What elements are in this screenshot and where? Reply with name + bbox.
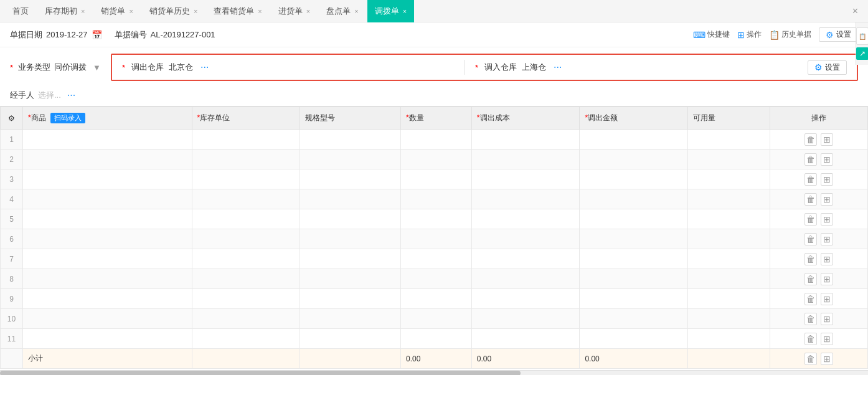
row-available[interactable] — [687, 169, 770, 189]
row-amount[interactable] — [580, 249, 688, 269]
tab-home[interactable]: 首页 — [5, 0, 36, 22]
tab-close-transfer[interactable]: × — [403, 7, 407, 15]
delete-row-btn[interactable]: 🗑 — [804, 153, 817, 166]
row-unit[interactable] — [192, 249, 300, 269]
tab-stocktake[interactable]: 盘点单 × — [319, 0, 366, 22]
row-spec[interactable] — [300, 309, 401, 329]
row-unit[interactable] — [192, 209, 300, 229]
row-cost[interactable] — [471, 130, 580, 150]
tab-close-sales-history[interactable]: × — [194, 7, 197, 15]
delete-row-btn[interactable]: 🗑 — [804, 313, 817, 325]
date-value[interactable]: 2019-12-27 — [46, 30, 88, 39]
shortcuts-btn[interactable]: ⌨ 快捷键 — [693, 29, 730, 40]
col-settings[interactable]: ⚙ — [1, 107, 23, 130]
tab-close-stocktake[interactable]: × — [354, 7, 358, 15]
row-cost[interactable] — [471, 289, 580, 309]
row-spec[interactable] — [300, 150, 401, 169]
row-cost[interactable] — [471, 150, 580, 169]
row-amount[interactable] — [580, 150, 688, 169]
warehouse-in-more-btn[interactable]: ··· — [551, 62, 564, 73]
row-available[interactable] — [687, 150, 770, 169]
warehouse-out-value[interactable]: 北京仓 — [169, 62, 193, 73]
row-quantity[interactable] — [401, 229, 472, 249]
row-quantity[interactable] — [401, 249, 472, 269]
warehouse-in-value[interactable]: 上海仓 — [522, 62, 546, 73]
copy-row-btn[interactable]: ⊞ — [821, 173, 833, 186]
warehouse-settings-button[interactable]: ⚙ 设置 — [808, 60, 847, 75]
row-spec[interactable] — [300, 269, 401, 289]
row-unit[interactable] — [192, 269, 300, 289]
row-unit[interactable] — [192, 130, 300, 150]
copy-row-btn[interactable]: ⊞ — [821, 133, 833, 146]
row-product[interactable] — [23, 209, 192, 229]
row-amount[interactable] — [580, 169, 688, 189]
row-cost[interactable] — [471, 269, 580, 289]
history-btn[interactable]: 📋 历史单据 — [769, 29, 811, 40]
row-cost[interactable] — [471, 169, 580, 189]
row-spec[interactable] — [300, 229, 401, 249]
row-amount[interactable] — [580, 189, 688, 209]
tab-inventory-init[interactable]: 库存期初 × — [37, 0, 92, 22]
row-product[interactable] — [23, 289, 192, 309]
copy-row-btn[interactable]: ⊞ — [821, 233, 833, 245]
doc-panel-btn[interactable]: 📋 — [856, 27, 869, 45]
scan-barcode-btn[interactable]: 扫码录入 — [50, 113, 85, 123]
row-spec[interactable] — [300, 249, 401, 269]
row-spec[interactable] — [300, 289, 401, 309]
delete-row-btn[interactable]: 🗑 — [804, 233, 817, 245]
row-unit[interactable] — [192, 169, 300, 189]
row-product[interactable] — [23, 329, 192, 349]
tab-sales-order[interactable]: 销货单 × — [93, 0, 140, 22]
row-quantity[interactable] — [401, 169, 472, 189]
copy-row-btn[interactable]: ⊞ — [821, 193, 833, 206]
business-type-value[interactable]: 同价调拨 — [54, 62, 87, 73]
row-available[interactable] — [687, 309, 770, 329]
delete-row-btn[interactable]: 🗑 — [804, 213, 817, 226]
settings-button[interactable]: ⚙ 设置 — [819, 27, 858, 42]
row-quantity[interactable] — [401, 209, 472, 229]
tab-close-inventory-init[interactable]: × — [81, 7, 85, 15]
row-amount[interactable] — [580, 329, 688, 349]
tab-close-view-sales[interactable]: × — [258, 7, 262, 15]
row-spec[interactable] — [300, 329, 401, 349]
row-product[interactable] — [23, 249, 192, 269]
row-amount[interactable] — [580, 309, 688, 329]
copy-row-btn[interactable]: ⊞ — [821, 213, 833, 226]
row-quantity[interactable] — [401, 309, 472, 329]
business-type-dropdown-icon[interactable]: ▼ — [93, 63, 101, 72]
row-available[interactable] — [687, 289, 770, 309]
row-cost[interactable] — [471, 329, 580, 349]
row-quantity[interactable] — [401, 189, 472, 209]
warehouse-out-more-btn[interactable]: ··· — [198, 62, 211, 73]
copy-row-btn[interactable]: ⊞ — [821, 313, 833, 325]
row-quantity[interactable] — [401, 130, 472, 150]
copy-row-btn[interactable]: ⊞ — [821, 333, 833, 345]
row-available[interactable] — [687, 130, 770, 150]
row-unit[interactable] — [192, 289, 300, 309]
horizontal-scrollbar[interactable] — [0, 370, 868, 375]
subtotal-delete-btn[interactable]: 🗑 — [804, 353, 817, 365]
row-unit[interactable] — [192, 150, 300, 169]
row-product[interactable] — [23, 150, 192, 169]
copy-row-btn[interactable]: ⊞ — [821, 153, 833, 166]
tab-sales-history[interactable]: 销货单历史 × — [142, 0, 205, 22]
row-amount[interactable] — [580, 289, 688, 309]
subtotal-copy-btn[interactable]: ⊞ — [821, 353, 833, 365]
delete-row-btn[interactable]: 🗑 — [804, 173, 817, 186]
row-quantity[interactable] — [401, 150, 472, 169]
row-spec[interactable] — [300, 169, 401, 189]
row-available[interactable] — [687, 229, 770, 249]
row-quantity[interactable] — [401, 269, 472, 289]
row-amount[interactable] — [580, 209, 688, 229]
row-quantity[interactable] — [401, 329, 472, 349]
row-unit[interactable] — [192, 309, 300, 329]
row-product[interactable] — [23, 229, 192, 249]
operations-btn[interactable]: ⊞ 操作 — [737, 29, 762, 40]
row-available[interactable] — [687, 269, 770, 289]
tab-transfer[interactable]: 调拨单 × — [367, 0, 414, 22]
global-close-btn[interactable]: × — [847, 6, 863, 17]
row-amount[interactable] — [580, 269, 688, 289]
row-spec[interactable] — [300, 209, 401, 229]
row-product[interactable] — [23, 130, 192, 150]
row-spec[interactable] — [300, 130, 401, 150]
